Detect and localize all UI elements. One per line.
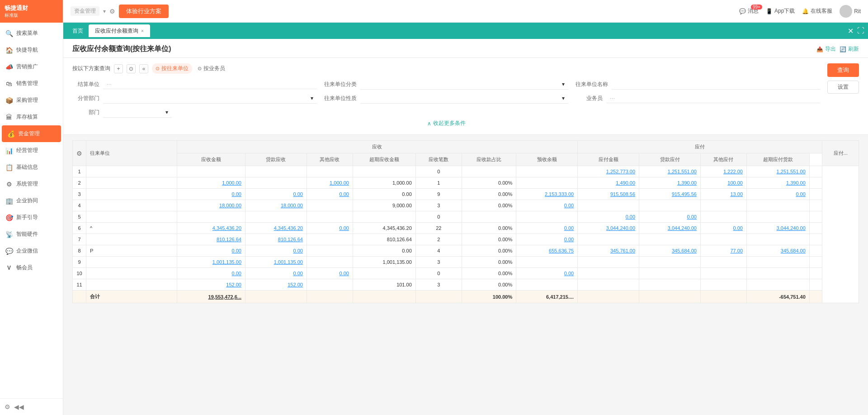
sidebar-item-guide[interactable]: 🎯 新手引导 (0, 209, 63, 226)
row-other-receivable[interactable]: 0.00 (307, 268, 353, 279)
row-overdue-payable[interactable] (747, 200, 810, 211)
sidebar-item-smart-hw[interactable]: 📡 智能硬件 (0, 226, 63, 243)
row-loan-receivable[interactable]: 0.00 (245, 189, 307, 200)
row-prepayment[interactable] (516, 279, 578, 291)
row-payable-amount[interactable]: 0.00 (578, 211, 639, 223)
sidebar-item-operations[interactable]: 📊 经营管理 (0, 142, 63, 159)
row-loan-receivable[interactable]: 152.00 (245, 279, 307, 291)
solution-button[interactable]: 体验行业方案 (119, 5, 169, 18)
row-prepayment[interactable] (516, 166, 578, 177)
row-other-receivable[interactable] (307, 245, 353, 257)
sidebar-item-wechat[interactable]: 💬 企业微信 (0, 243, 63, 259)
user-profile[interactable]: Rit (840, 5, 861, 18)
export-button[interactable]: 📤 导出 (816, 45, 836, 53)
row-prepayment[interactable] (516, 177, 578, 189)
row-receivable-amount[interactable]: 4,345,436.20 (177, 223, 245, 234)
row-loan-payable[interactable] (639, 279, 701, 291)
row-other-payable[interactable] (700, 200, 746, 211)
row-receivable-amount[interactable]: 810,126.64 (177, 234, 245, 245)
row-payable-amount[interactable]: 915,508.56 (578, 189, 639, 200)
collapse-filter-button[interactable]: ∧ 收起更多条件 (72, 118, 820, 129)
collapse-schema-button[interactable]: « (139, 64, 148, 73)
row-prepayment[interactable]: 0.00 (516, 268, 578, 279)
row-overdue-payable[interactable]: 1,390.00 (747, 177, 810, 189)
row-loan-payable[interactable] (639, 257, 701, 268)
row-overdue-payable[interactable] (747, 268, 810, 279)
message-button[interactable]: 💬 消息 99+ (739, 7, 759, 15)
sidebar-item-inventory[interactable]: 🏛 库存核算 (0, 109, 63, 125)
tab-close-icon[interactable]: × (141, 29, 144, 33)
row-other-receivable[interactable] (307, 200, 353, 211)
row-overdue-payable[interactable] (747, 234, 810, 245)
row-prepayment[interactable] (516, 211, 578, 223)
online-service-button[interactable]: 🔔 在线客服 (802, 7, 832, 15)
query-button[interactable]: 查询 (827, 63, 859, 77)
row-overdue-payable[interactable] (747, 211, 810, 223)
unit-nature-select[interactable]: ▾ (360, 93, 569, 104)
row-receivable-amount[interactable]: 18,000.00 (177, 200, 245, 211)
sidebar-item-system[interactable]: ⚙ 系统管理 (0, 176, 63, 192)
row-prepayment[interactable]: 2,153,333.00 (516, 189, 578, 200)
refresh-button[interactable]: 🔄 刷新 (840, 45, 859, 53)
row-loan-payable[interactable]: 1,390.00 (639, 177, 701, 189)
row-other-payable[interactable]: 0.00 (700, 223, 746, 234)
tab-receivable[interactable]: 应收应付余额查询 × (89, 24, 150, 37)
row-payable-amount[interactable] (578, 200, 639, 211)
row-prepayment[interactable]: 0.00 (516, 234, 578, 245)
table-settings-icon[interactable]: ⚙ (76, 150, 82, 157)
breadcrumb-dropdown-icon[interactable]: ▾ (103, 8, 106, 14)
row-receivable-amount[interactable]: 0.00 (177, 245, 245, 257)
set-button[interactable]: 设置 (827, 81, 859, 94)
topbar-gear-icon[interactable]: ⚙ (109, 8, 115, 15)
row-loan-receivable[interactable] (245, 211, 307, 223)
row-other-receivable[interactable] (307, 211, 353, 223)
unit-name-input[interactable] (612, 79, 820, 90)
salesperson-select[interactable]: ··· (606, 94, 820, 103)
row-loan-receivable[interactable]: 0.00 (245, 268, 307, 279)
row-loan-payable[interactable]: 345,684.00 (639, 245, 701, 257)
row-overdue-payable[interactable]: 3,044,240.00 (747, 223, 810, 234)
settings-schema-button[interactable]: ⊙ (127, 64, 136, 73)
sidebar-item-member[interactable]: V 畅会员 (0, 259, 63, 276)
row-receivable-amount[interactable]: 152.00 (177, 279, 245, 291)
tab-close-window-icon[interactable]: ✕ (848, 27, 854, 35)
row-payable-amount[interactable]: 345,761.00 (578, 245, 639, 257)
row-loan-receivable[interactable]: 1,001,135.00 (245, 257, 307, 268)
row-prepayment[interactable]: 655,636.75 (516, 245, 578, 257)
row-payable-amount[interactable]: 1,252,773.00 (578, 166, 639, 177)
sidebar-item-sales[interactable]: 🛍 销售管理 (0, 75, 63, 92)
row-receivable-amount[interactable]: 0.00 (177, 268, 245, 279)
row-loan-receivable[interactable] (245, 177, 307, 189)
row-other-payable[interactable] (700, 279, 746, 291)
sidebar-item-marketing[interactable]: 📣 营销推广 (0, 58, 63, 75)
row-other-payable[interactable]: 100.00 (700, 177, 746, 189)
row-payable-amount[interactable] (578, 234, 639, 245)
row-receivable-amount[interactable] (177, 166, 245, 177)
sidebar-item-basic-info[interactable]: 📋 基础信息 (0, 159, 63, 176)
row-other-payable[interactable]: 1,222.00 (700, 166, 746, 177)
dept2-select[interactable]: ▾ (103, 107, 172, 118)
add-schema-button[interactable]: + (114, 64, 123, 73)
dept-select[interactable]: ▾ (103, 93, 317, 104)
row-overdue-payable[interactable]: 0.00 (747, 189, 810, 200)
row-overdue-payable[interactable] (747, 257, 810, 268)
app-download-button[interactable]: 📱 App下载 (766, 7, 795, 15)
sidebar-item-search-menu[interactable]: 🔍 搜索菜单 (0, 25, 63, 42)
sidebar-item-quick-nav[interactable]: 🏠 快捷导航 (0, 42, 63, 58)
schema-item-partner[interactable]: ⊙ 按往来单位 (152, 63, 192, 74)
settings-bottom-icon[interactable]: ⚙ (5, 403, 10, 410)
row-other-receivable[interactable] (307, 234, 353, 245)
row-receivable-amount[interactable] (177, 211, 245, 223)
row-other-payable[interactable]: 13.00 (700, 189, 746, 200)
row-loan-payable[interactable]: 1,251,551.00 (639, 166, 701, 177)
row-other-receivable[interactable]: 1,000.00 (307, 177, 353, 189)
row-loan-receivable[interactable]: 810,126.64 (245, 234, 307, 245)
row-other-payable[interactable] (700, 257, 746, 268)
row-other-receivable[interactable] (307, 257, 353, 268)
row-payable-amount[interactable] (578, 279, 639, 291)
tab-expand-icon[interactable]: ⛶ (857, 27, 864, 35)
row-other-payable[interactable] (700, 211, 746, 223)
row-overdue-payable[interactable]: 345,684.00 (747, 245, 810, 257)
row-prepayment[interactable] (516, 257, 578, 268)
row-loan-payable[interactable]: 3,044,240.00 (639, 223, 701, 234)
